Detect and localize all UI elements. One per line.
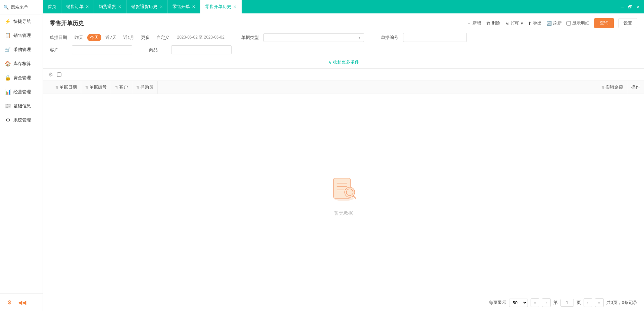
sidebar-item-sales-mgmt[interactable]: 📋销售管理	[0, 29, 43, 43]
empty-text: 暂无数据	[334, 210, 353, 216]
order-no-label: 单据编号	[381, 35, 400, 41]
date-opt-more[interactable]: 更多	[138, 34, 152, 41]
collapse-row: ∧ 收起更多条件	[50, 58, 637, 68]
basic-info-icon: 📰	[5, 103, 11, 109]
tab-sales-return-history-label: 销货退货历史	[131, 4, 157, 10]
display-detail-checkbox-area[interactable]: 显示明细	[566, 20, 590, 26]
per-page-label: 每页显示	[489, 300, 506, 306]
page-prefix-label: 第	[553, 300, 558, 306]
tab-retail-open-history-close[interactable]: ✕	[233, 4, 237, 9]
tab-sales-return-history-close[interactable]: ✕	[159, 4, 163, 9]
purchase-mgmt-icon: 🛒	[5, 47, 11, 53]
empty-icon	[327, 171, 360, 205]
tab-sales-return[interactable]: 销货退货 ✕	[94, 0, 127, 13]
date-range-text: 2023-06-02 至 2023-06-02	[177, 35, 224, 40]
pagination-prev-btn[interactable]: ‹	[542, 298, 551, 307]
collapse-chevron-icon: ∧	[328, 60, 332, 65]
display-detail-checkbox[interactable]	[566, 21, 571, 25]
date-opt-yesterday[interactable]: 昨天	[72, 34, 86, 41]
customer-input[interactable]: ...	[72, 45, 132, 54]
page-header: 零售开单历史 ＋ 新增 🗑 删除 🖨 打印 ▾	[43, 13, 644, 69]
search-icon: 🔍	[3, 5, 9, 10]
goods-input[interactable]: ...	[171, 45, 232, 54]
query-button[interactable]: 查询	[594, 18, 614, 28]
tab-sales-return-close[interactable]: ✕	[118, 4, 121, 9]
sidebar-item-quick-nav[interactable]: ⚡快捷导航	[0, 14, 43, 29]
th-date[interactable]: 单据日期	[51, 81, 81, 94]
th-no[interactable]: 单据编号	[81, 81, 111, 94]
tab-sales-return-label: 销货退货	[99, 4, 116, 10]
sales-mgmt-icon: 📋	[5, 33, 11, 39]
th-amount[interactable]: 实销金额	[597, 81, 627, 94]
sidebar-item-basic-info[interactable]: 📰基础信息	[0, 99, 43, 113]
select-all-checkbox[interactable]	[57, 72, 61, 77]
empty-state: 暂无数据	[43, 94, 644, 294]
add-label: 新增	[473, 20, 481, 26]
sidebar-item-ops-mgmt[interactable]: 📊经营管理	[0, 85, 43, 99]
tab-retail-open-history[interactable]: 零售开单历史 ✕	[200, 0, 242, 13]
tab-home[interactable]: 首页	[43, 0, 61, 13]
add-button[interactable]: ＋ 新增	[467, 20, 481, 26]
table-settings-icon[interactable]: ⚙	[48, 71, 53, 78]
collapse-button[interactable]: ∧ 收起更多条件	[328, 59, 359, 65]
settings-button[interactable]: 设置	[618, 18, 637, 28]
svg-line-7	[353, 196, 356, 198]
sidebar-search[interactable]: 🔍 搜索采单	[0, 0, 43, 14]
th-check	[43, 81, 51, 94]
per-page-select[interactable]: 50 10 20 100	[509, 299, 528, 307]
table-container: ⚙ 单据日期 单据编号 客户 导购员 实销金额 操作	[43, 69, 644, 294]
collapse-footer-btn[interactable]: ◀◀	[17, 298, 27, 307]
sidebar-footer: ⚙ ◀◀	[0, 293, 43, 311]
export-button[interactable]: ⬆ 导出	[528, 20, 542, 26]
window-close-btn[interactable]: ✕	[636, 4, 640, 9]
th-spacer	[158, 81, 597, 94]
date-opt-last-month[interactable]: 近1月	[120, 34, 137, 41]
window-restore-btn[interactable]: 🗗	[628, 4, 632, 9]
date-filter-label: 单据日期	[50, 35, 68, 41]
date-options: 昨天 今天 近7天 近1月 更多 自定义	[72, 34, 172, 41]
print-button[interactable]: 🖨 打印 ▾	[505, 20, 523, 26]
tab-sales-order-close[interactable]: ✕	[86, 4, 89, 9]
pagination-first-btn[interactable]: «	[531, 298, 539, 307]
filter-row-1: 单据日期 昨天 今天 近7天 近1月 更多 自定义 2023-06-02 至 2…	[50, 33, 637, 42]
tab-sales-return-history[interactable]: 销货退货历史 ✕	[127, 0, 168, 13]
purchase-mgmt-label: 采购管理	[13, 47, 31, 53]
inventory-label: 库存核算	[13, 61, 31, 67]
page-number-input[interactable]	[560, 299, 574, 307]
order-type-select[interactable]: ▾	[263, 33, 364, 42]
refresh-button[interactable]: 🔄 刷新	[546, 20, 562, 26]
tab-bar: 首页 销售订单 ✕ 销货退货 ✕ 销货退货历史 ✕ 零售开单 ✕ 零售开单历史 …	[43, 0, 644, 13]
quick-nav-icon: ⚡	[5, 18, 11, 24]
order-type-label: 单据类型	[241, 35, 260, 41]
tab-retail-open[interactable]: 零售开单 ✕	[168, 0, 200, 13]
order-no-input[interactable]	[403, 33, 467, 42]
pagination-next-btn[interactable]: ›	[584, 298, 592, 307]
add-icon: ＋	[467, 20, 471, 26]
collapse-label: 收起更多条件	[333, 59, 359, 65]
th-guide[interactable]: 导购员	[132, 81, 158, 94]
sidebar-item-inventory[interactable]: 🏠库存核算	[0, 57, 43, 71]
date-opt-today[interactable]: 今天	[87, 34, 101, 41]
tab-home-label: 首页	[48, 4, 56, 10]
date-opt-custom[interactable]: 自定义	[154, 34, 172, 41]
date-opt-last7[interactable]: 近7天	[103, 34, 119, 41]
data-table: 单据日期 单据编号 客户 导购员 实销金额 操作	[43, 81, 644, 94]
pagination: 每页显示 50 10 20 100 « ‹ 第 页 › » 共0页，0条记录	[43, 294, 644, 311]
sidebar-nav: ⚡快捷导航📋销售管理🛒采购管理🏠库存核算🔒资金管理📊经营管理📰基础信息⚙系统管理	[0, 14, 43, 293]
tab-retail-open-close[interactable]: ✕	[192, 4, 195, 9]
tab-bar-end: ─ 🗗 ✕	[617, 4, 644, 9]
sidebar-item-purchase-mgmt[interactable]: 🛒采购管理	[0, 43, 43, 57]
print-chevron-icon: ▾	[521, 21, 523, 26]
tab-sales-order[interactable]: 销售订单 ✕	[61, 0, 94, 13]
settings-footer-btn[interactable]: ⚙	[5, 298, 14, 307]
window-minimize-btn[interactable]: ─	[621, 4, 624, 9]
sidebar-item-sys-mgmt[interactable]: ⚙系统管理	[0, 113, 43, 127]
th-customer[interactable]: 客户	[111, 81, 132, 94]
ops-mgmt-label: 经营管理	[13, 89, 31, 95]
sidebar-item-finance-mgmt[interactable]: 🔒资金管理	[0, 71, 43, 85]
delete-button[interactable]: 🗑 删除	[486, 20, 500, 26]
refresh-icon: 🔄	[546, 21, 552, 26]
pagination-last-btn[interactable]: »	[595, 298, 604, 307]
table-toolbar: ⚙	[43, 69, 644, 81]
page-suffix-label: 页	[577, 300, 581, 306]
